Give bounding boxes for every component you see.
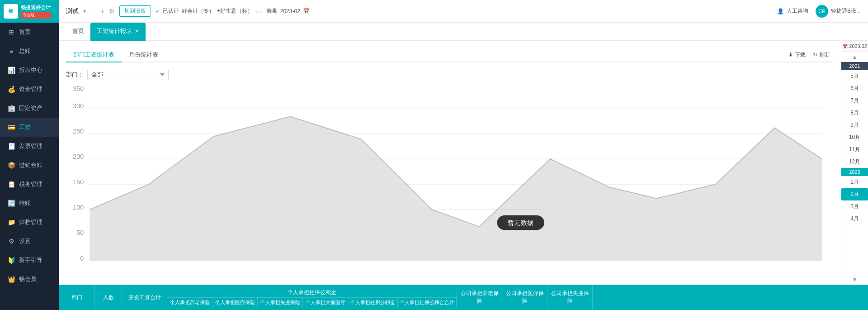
th-personal-housing: 个人承担住房公积金	[348, 298, 398, 307]
filter-bar: 部门： 全部 销售部 行政部 财务部 技术部	[66, 69, 834, 80]
svg-text:50: 50	[76, 229, 84, 237]
sub-tab-dept[interactable]: 部门工资统计表	[66, 48, 122, 62]
settle-icon: 🔄	[7, 200, 15, 207]
month-2021-9[interactable]: 9月	[841, 119, 868, 131]
month-2021-5[interactable]: 5月	[841, 70, 868, 82]
tab-close-icon[interactable]: ✕	[135, 28, 139, 34]
month-2021-8[interactable]: 8月	[841, 107, 868, 119]
sidebar-item-label-salary: 工资	[19, 123, 31, 131]
svg-text:350: 350	[73, 86, 84, 92]
month-2021-12[interactable]: 12月	[841, 156, 868, 168]
th-salary-total: 应发工资合计	[122, 285, 167, 310]
svg-text:0: 0	[80, 255, 84, 262]
sidebar-item-member[interactable]: 👑 畅会员	[0, 270, 59, 289]
sidebar-item-label-tax: 税务管理	[19, 180, 42, 188]
calendar-small-icon: 📅	[842, 44, 848, 49]
home-icon: ⊞	[7, 29, 15, 36]
th-dept: 部门	[59, 285, 95, 310]
month-2021-6[interactable]: 6月	[841, 82, 868, 95]
user-profile[interactable]: CE 轻捷通B班...	[816, 5, 861, 18]
month-2023-3[interactable]: 3月	[841, 200, 868, 213]
dept-select[interactable]: 全部 销售部 行政部 财务部 技术部	[87, 69, 169, 80]
month-2021-7[interactable]: 7月	[841, 95, 868, 107]
sidebar-item-ledger[interactable]: ≡ 总账	[0, 42, 59, 61]
month-2021-10[interactable]: 10月	[841, 131, 868, 143]
th-company-pension: 公司承担养老保险	[457, 285, 502, 310]
tax-icon: 📋	[7, 181, 15, 188]
year-2023-label: 2023	[841, 168, 868, 176]
sidebar-item-settings[interactable]: ⚙ 设置	[0, 232, 59, 251]
sidebar-item-assets[interactable]: 🏢 固定资产	[0, 99, 59, 118]
logo-text-area: 畅捷通好会计 专业版	[21, 4, 51, 18]
refresh-label: 刷新	[819, 51, 830, 59]
topbar-right: 👤 人工咨询 CE 轻捷通B班...	[777, 5, 861, 18]
sub-tab-monthly-label: 月份统计表	[129, 51, 158, 58]
certified-icon: ✓	[156, 8, 160, 14]
switch-old-version-button[interactable]: 切到旧版	[119, 5, 151, 17]
topbar-add-icon[interactable]: +	[100, 7, 104, 15]
tabbar: 首页 工资统计报表 ✕	[59, 23, 868, 41]
sidebar-item-label-assets: 固定资产	[19, 104, 42, 112]
tab-home[interactable]: 首页	[66, 23, 90, 41]
topbar-gear-icon[interactable]: ⚙	[109, 8, 115, 15]
sidebar-item-label-guide: 新手引导	[19, 256, 42, 264]
status-certified: 已认证	[163, 7, 179, 15]
th-group-personal-cells: 个人承担养老保险 个人承担医疗保险 个人承担失业保险 个人承担大额医疗 个人承担…	[167, 298, 457, 307]
sidebar-item-funds[interactable]: 💰 资金管理	[0, 80, 59, 99]
sub-tab-monthly[interactable]: 月份统计表	[122, 48, 165, 62]
sidebar-item-home[interactable]: ⊞ 首页	[0, 23, 59, 42]
th-personal-unemployment: 个人承担失业保险	[258, 298, 303, 307]
guide-icon: 🔰	[7, 257, 15, 264]
th-personal-medical: 个人承担医疗保险	[212, 298, 258, 307]
sub-tabs: 部门工资统计表 月份统计表 ⬇ 下载 ↻ 刷新	[66, 48, 834, 62]
tab-salary-report[interactable]: 工资统计报表 ✕	[90, 23, 146, 41]
chart-svg: 0 50 100 150 200 250 300 350	[66, 86, 834, 277]
date-header: 📅 2023.02	[841, 41, 868, 52]
status-more: +…	[255, 8, 264, 14]
sidebar-item-purchase[interactable]: 📦 进销台账	[0, 156, 59, 175]
th-company-unemployment: 公司承担失业保险	[547, 285, 593, 310]
topbar-dropdown-arrow[interactable]: ▾	[83, 8, 86, 14]
download-label: 下载	[795, 51, 806, 59]
svg-text:150: 150	[73, 179, 84, 186]
month-2023-2[interactable]: 2月	[841, 188, 868, 200]
svg-text:300: 300	[73, 102, 84, 110]
help-label: 人工咨询	[787, 7, 808, 15]
sidebar: 畅 畅捷通好会计 专业版 ⊞ 首页 ≡ 总账 📊 报表中心 💰 资金管理 🏢 固…	[0, 0, 59, 310]
date-nav-down[interactable]: ▼	[841, 275, 868, 285]
tab-salary-report-label: 工资统计报表	[97, 27, 132, 35]
refresh-button[interactable]: ↻ 刷新	[809, 48, 834, 62]
sidebar-item-label-archive: 归档管理	[19, 218, 42, 226]
status-product1: 好会计（专）	[182, 7, 214, 15]
calendar-icon[interactable]: 📅	[303, 8, 310, 14]
sidebar-item-tax[interactable]: 📋 税务管理	[0, 175, 59, 194]
month-2023-1[interactable]: 1月	[841, 176, 868, 188]
sidebar-item-label-settle: 结账	[19, 199, 31, 207]
archive-icon: 📁	[7, 219, 15, 226]
sidebar-item-label-funds: 资金管理	[19, 85, 42, 93]
help-button[interactable]: 👤 人工咨询	[777, 7, 808, 15]
sidebar-item-label-home: 首页	[19, 28, 31, 36]
settings-icon: ⚙	[7, 238, 15, 245]
app-name: 畅捷通好会计	[21, 4, 51, 10]
sidebar-item-reports[interactable]: 📊 报表中心	[0, 61, 59, 80]
table-header: 部门 人数 应发工资合计 个人承担社保公积金 个人承担养老保险 个人承担医疗保险…	[59, 285, 868, 310]
download-button[interactable]: ⬇ 下载	[785, 48, 809, 62]
content-area: 部门工资统计表 月份统计表 ⬇ 下载 ↻ 刷新 部门：	[59, 41, 868, 285]
month-2023-4[interactable]: 4月	[841, 213, 868, 225]
help-icon: 👤	[777, 8, 784, 14]
member-icon: 👑	[7, 276, 15, 283]
logo-icon: 畅	[4, 4, 18, 19]
sidebar-item-invoice[interactable]: 🧾 发票管理	[0, 137, 59, 156]
main-area: 测试 ▾ | + ⚙ 切到旧版 ✓ 已认证 好会计（专） +好生意（标） +… …	[59, 0, 868, 310]
app-badge: 专业版	[21, 12, 51, 19]
month-2021-11[interactable]: 11月	[841, 143, 868, 156]
refresh-icon: ↻	[813, 52, 817, 58]
sidebar-item-guide[interactable]: 🔰 新手引导	[0, 251, 59, 270]
sidebar-item-archive[interactable]: 📁 归档管理	[0, 213, 59, 232]
sidebar-item-salary[interactable]: 💳 工资	[0, 118, 59, 137]
sidebar-item-settle[interactable]: 🔄 结账	[0, 194, 59, 213]
th-personal-total: 个人承担社保公积金合计	[398, 298, 457, 307]
month-list: 2021 5月 6月 7月 8月 9月 10月 11月 12月 2023 1月 …	[841, 62, 868, 275]
date-nav-up[interactable]: ▲	[841, 52, 868, 62]
